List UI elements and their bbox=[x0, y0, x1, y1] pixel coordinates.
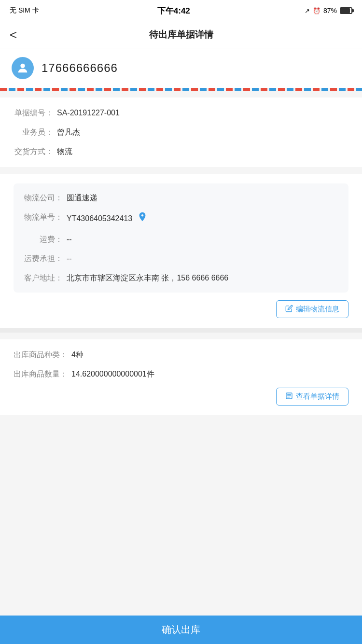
delivery-method-row: 交货方式： 物流 bbox=[14, 146, 348, 157]
freight-bearer-value: -- bbox=[67, 253, 339, 265]
view-detail-label: 查看单据详情 bbox=[296, 392, 339, 401]
freight-label: 运费： bbox=[23, 234, 67, 245]
avatar bbox=[12, 57, 34, 79]
sales-person-row: 业务员： 曾凡杰 bbox=[14, 126, 348, 138]
view-detail-button[interactable]: 查看单据详情 bbox=[276, 388, 348, 406]
outbound-quantity-row: 出库商品数量： 14.620000000000001件 bbox=[14, 368, 348, 380]
bottom-spacer bbox=[0, 415, 362, 454]
battery-text: 87% bbox=[323, 7, 337, 14]
outbound-type-label: 出库商品种类： bbox=[14, 349, 71, 361]
status-left: 无 SIM 卡 bbox=[10, 6, 43, 15]
section-separator bbox=[0, 328, 362, 333]
address-row: 客户地址： 北京市市辖区海淀区永丰南 张，156 6666 6666 bbox=[23, 272, 339, 284]
order-no-value: SA-20191227-001 bbox=[57, 107, 348, 119]
outbound-quantity-value: 14.620000000000001件 bbox=[71, 368, 348, 380]
tracking-value-wrap: YT43064053424​13 bbox=[67, 211, 339, 226]
status-bar: 无 SIM 卡 下午4:42 ↗ ⏰ 87% bbox=[0, 0, 362, 21]
map-pin-icon[interactable] bbox=[137, 211, 148, 226]
freight-row: 运费： -- bbox=[23, 234, 339, 245]
logistics-company-value: 圆通速递 bbox=[67, 192, 339, 204]
sales-person-value: 曾凡杰 bbox=[57, 126, 348, 138]
document-icon bbox=[285, 392, 293, 401]
freight-bearer-row: 运费承担： -- bbox=[23, 253, 339, 265]
freight-bearer-label: 运费承担： bbox=[23, 253, 67, 265]
customer-phone: 17666666666 bbox=[42, 61, 118, 75]
logistics-company-row: 物流公司： 圆通速递 bbox=[23, 192, 339, 204]
svg-point-1 bbox=[20, 64, 25, 68]
tracking-value: YT43064053424​13 bbox=[67, 213, 132, 224]
sales-person-label: 业务员： bbox=[14, 126, 57, 138]
logistics-company-label: 物流公司： bbox=[23, 192, 67, 204]
edit-icon bbox=[285, 305, 293, 314]
freight-value: -- bbox=[67, 234, 339, 245]
edit-logistics-label: 编辑物流信息 bbox=[296, 305, 339, 314]
edit-logistics-button[interactable]: 编辑物流信息 bbox=[276, 300, 348, 318]
outbound-type-row: 出库商品种类： 4种 bbox=[14, 349, 348, 361]
address-value: 北京市市辖区海淀区永丰南 张，156 6666 6666 bbox=[67, 272, 339, 284]
order-no-label: 单据编号： bbox=[14, 107, 57, 119]
alarm-icon: ⏰ bbox=[313, 7, 320, 14]
nav-bar: < 待出库单据详情 bbox=[0, 21, 362, 48]
tracking-label: 物流单号： bbox=[23, 211, 67, 223]
tracking-no-row: 物流单号： YT43064053424​13 bbox=[23, 211, 339, 226]
customer-header: 17666666666 bbox=[0, 48, 362, 88]
location-status-icon: ↗ bbox=[305, 7, 310, 14]
outbound-type-value: 4种 bbox=[71, 349, 348, 361]
outbound-quantity-label: 出库商品数量： bbox=[14, 368, 71, 380]
address-label: 客户地址： bbox=[23, 272, 67, 284]
back-button[interactable]: < bbox=[10, 28, 17, 41]
status-right: ↗ ⏰ 87% bbox=[305, 7, 352, 14]
delivery-value: 物流 bbox=[57, 146, 348, 157]
dashed-divider bbox=[0, 88, 362, 91]
confirm-btn-wrap: 确认出库 bbox=[0, 616, 362, 644]
outbound-info-section: 出库商品种类： 4种 出库商品数量： 14.620000000000001件 查… bbox=[0, 339, 362, 415]
edit-logistics-btn-wrap: 编辑物流信息 bbox=[14, 300, 348, 318]
logistics-card: 物流公司： 圆通速递 物流单号： YT43064053424​13 运费： --… bbox=[14, 183, 348, 293]
status-time: 下午4:42 bbox=[157, 5, 190, 16]
logistics-section: 物流公司： 圆通速递 物流单号： YT43064053424​13 运费： --… bbox=[0, 174, 362, 328]
battery-icon bbox=[340, 7, 352, 14]
confirm-outbound-button[interactable]: 确认出库 bbox=[0, 623, 362, 636]
delivery-label: 交货方式： bbox=[14, 146, 57, 157]
page-title: 待出库单据详情 bbox=[149, 28, 213, 41]
basic-info-section: 单据编号： SA-20191227-001 业务员： 曾凡杰 交货方式： 物流 bbox=[0, 98, 362, 167]
carrier-text: 无 SIM 卡 bbox=[10, 6, 39, 15]
view-detail-btn-wrap: 查看单据详情 bbox=[14, 388, 348, 406]
order-no-row: 单据编号： SA-20191227-001 bbox=[14, 107, 348, 119]
